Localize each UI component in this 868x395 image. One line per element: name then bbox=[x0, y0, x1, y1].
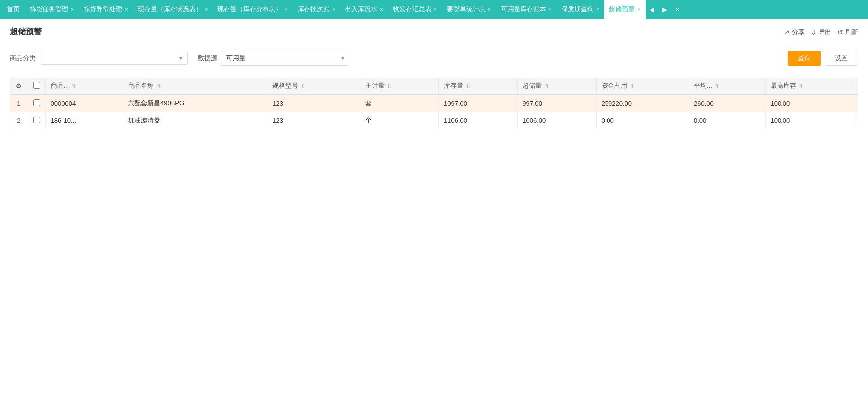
col-overstock[interactable]: 超储量 ⇅ bbox=[518, 78, 596, 95]
row-unit: 个 bbox=[360, 112, 438, 129]
nav-tab-inventory-dist[interactable]: 现存量（库存分布表） × bbox=[213, 0, 292, 19]
row-overstock: 997.00 bbox=[518, 95, 596, 112]
nav-tab-abnormal[interactable]: 拣货异常处理 × bbox=[79, 0, 132, 19]
nav-tab-avail-account[interactable]: 可用量库存账本 × bbox=[496, 0, 557, 19]
close-icon[interactable]: × bbox=[125, 6, 128, 12]
col-avg[interactable]: 平均... ⇅ bbox=[689, 78, 765, 95]
row-product-code: 0000004 bbox=[45, 95, 123, 112]
close-icon[interactable]: × bbox=[284, 6, 287, 12]
row-checkbox-cell bbox=[28, 112, 45, 129]
filter-area: 商品分类 ▾ 数据源 可用量 ▾ 查询 设置 bbox=[10, 45, 858, 72]
header-actions: ↗ 分享 ⇩ 导出 ↺ 刷新 bbox=[784, 28, 858, 37]
datasource-select[interactable]: 可用量 ▾ bbox=[221, 51, 349, 66]
row-max-stock: 100.00 bbox=[765, 112, 858, 129]
col-product-name[interactable]: 商品名称 ⇅ bbox=[123, 78, 267, 95]
sort-icon: ⇅ bbox=[799, 83, 803, 89]
nav-tab-batch-account[interactable]: 库存批次账 × bbox=[293, 0, 340, 19]
sort-icon: ⇅ bbox=[72, 83, 76, 89]
col-spec[interactable]: 规格型号 ⇅ bbox=[267, 78, 360, 95]
share-button[interactable]: ↗ 分享 bbox=[784, 28, 805, 37]
row-unit: 套 bbox=[360, 95, 438, 112]
select-all-checkbox[interactable] bbox=[33, 82, 40, 89]
row-checkbox[interactable] bbox=[33, 99, 40, 106]
row-product-name: 机油滤清器 bbox=[123, 112, 267, 129]
page-title: 超储预警 bbox=[10, 27, 42, 37]
row-stock: 1106.00 bbox=[439, 112, 518, 129]
nav-tab-order-stats[interactable]: 要货单统计表 × bbox=[442, 0, 496, 19]
export-button[interactable]: ⇩ 导出 bbox=[811, 28, 831, 37]
close-icon[interactable]: × bbox=[596, 6, 599, 12]
row-capital: 259220.00 bbox=[596, 95, 689, 112]
row-product-code: 186-10... bbox=[45, 112, 123, 129]
col-unit[interactable]: 主计量 ⇅ bbox=[360, 78, 438, 95]
close-icon[interactable]: × bbox=[488, 6, 491, 12]
table-row: 2 186-10... 机油滤清器 123 个 1106.00 1006.00 … bbox=[10, 112, 858, 129]
data-table: ⚙ 商品... ⇅ 商品名称 ⇅ 规格型号 ⇅ 主计量 bbox=[10, 78, 858, 129]
sort-icon: ⇅ bbox=[630, 83, 634, 89]
nav-tab-quality-check[interactable]: 保质期查询 × bbox=[557, 0, 604, 19]
category-filter: 商品分类 ▾ bbox=[10, 52, 188, 65]
query-button[interactable]: 查询 bbox=[788, 51, 821, 66]
row-avg: 0.00 bbox=[689, 112, 765, 129]
close-icon[interactable]: × bbox=[205, 6, 208, 12]
row-capital: 0.00 bbox=[596, 112, 689, 129]
chevron-down-icon: ▾ bbox=[179, 55, 182, 62]
category-label: 商品分类 bbox=[10, 54, 36, 63]
refresh-icon: ↺ bbox=[837, 28, 843, 36]
close-icon[interactable]: × bbox=[380, 6, 383, 12]
sort-icon: ⇅ bbox=[715, 83, 719, 89]
row-spec: 123 bbox=[267, 95, 360, 112]
chevron-down-icon: ▾ bbox=[341, 55, 344, 62]
settings-button[interactable]: 设置 bbox=[825, 51, 858, 66]
nav-tab-inventory-status[interactable]: 现存量（库存状况表） × bbox=[133, 0, 213, 19]
nav-tab-overstock[interactable]: 超储预警 × bbox=[604, 0, 645, 19]
col-product-code[interactable]: 商品... ⇅ bbox=[45, 78, 123, 95]
sort-icon: ⇅ bbox=[301, 83, 305, 89]
col-checkbox bbox=[28, 78, 45, 95]
table-row: 1 0000004 六配套新昌490BPG 123 套 1097.00 997.… bbox=[10, 95, 858, 112]
close-icon[interactable]: × bbox=[637, 6, 640, 12]
row-product-name: 六配套新昌490BPG bbox=[123, 95, 267, 112]
nav-prev-button[interactable]: ◀ bbox=[646, 0, 658, 19]
category-select[interactable]: ▾ bbox=[40, 52, 188, 65]
col-max-stock[interactable]: 最高库存 ⇅ bbox=[765, 78, 858, 95]
sort-icon: ⇅ bbox=[157, 83, 161, 89]
refresh-button[interactable]: ↺ 刷新 bbox=[837, 28, 858, 37]
nav-next-button[interactable]: ▶ bbox=[658, 0, 671, 19]
share-icon: ↗ bbox=[784, 28, 790, 36]
close-icon[interactable]: × bbox=[332, 6, 335, 12]
row-num-cell: 2 bbox=[10, 112, 28, 129]
row-checkbox[interactable] bbox=[33, 117, 40, 123]
close-icon[interactable]: × bbox=[549, 6, 552, 12]
nav-tab-recv-send[interactable]: 收发存汇总表 × bbox=[388, 0, 442, 19]
table-header-row: ⚙ 商品... ⇅ 商品名称 ⇅ 规格型号 ⇅ 主计量 bbox=[10, 78, 858, 95]
nav-tab-in-out-flow[interactable]: 出入库流水 × bbox=[340, 0, 388, 19]
row-num-cell: 1 bbox=[10, 95, 28, 112]
row-avg: 260.00 bbox=[689, 95, 765, 112]
datasource-filter: 数据源 可用量 ▾ bbox=[198, 51, 349, 66]
row-checkbox-cell bbox=[28, 95, 45, 112]
top-navigation: 首页 拣货任务管理 × 拣货异常处理 × 现存量（库存状况表） × 现存量（库存… bbox=[0, 0, 868, 19]
nav-tab-task-mgmt[interactable]: 拣货任务管理 × bbox=[25, 0, 79, 19]
settings-icon: ⚙ bbox=[16, 82, 22, 90]
page-header: 超储预警 ↗ 分享 ⇩ 导出 ↺ 刷新 bbox=[10, 27, 858, 37]
main-content: 超储预警 ↗ 分享 ⇩ 导出 ↺ 刷新 商品分类 ▾ 数据源 bbox=[0, 19, 868, 395]
sort-icon: ⇅ bbox=[466, 83, 470, 89]
export-icon: ⇩ bbox=[811, 28, 817, 36]
datasource-label: 数据源 bbox=[198, 54, 217, 63]
close-icon[interactable]: × bbox=[434, 6, 437, 12]
row-overstock: 1006.00 bbox=[518, 112, 596, 129]
row-max-stock: 100.00 bbox=[765, 95, 858, 112]
row-spec: 123 bbox=[267, 112, 360, 129]
nav-tab-home[interactable]: 首页 bbox=[2, 0, 25, 19]
sort-icon: ⇅ bbox=[387, 83, 391, 89]
col-stock[interactable]: 库存量 ⇅ bbox=[439, 78, 518, 95]
row-stock: 1097.00 bbox=[439, 95, 518, 112]
datasource-value: 可用量 bbox=[226, 54, 246, 63]
col-settings[interactable]: ⚙ bbox=[10, 78, 28, 95]
col-capital[interactable]: 资金占用 ⇅ bbox=[596, 78, 689, 95]
filter-buttons: 查询 设置 bbox=[788, 51, 858, 66]
sort-icon: ⇅ bbox=[545, 83, 549, 89]
close-icon[interactable]: × bbox=[71, 6, 74, 12]
nav-close-button[interactable]: ✕ bbox=[671, 0, 684, 19]
